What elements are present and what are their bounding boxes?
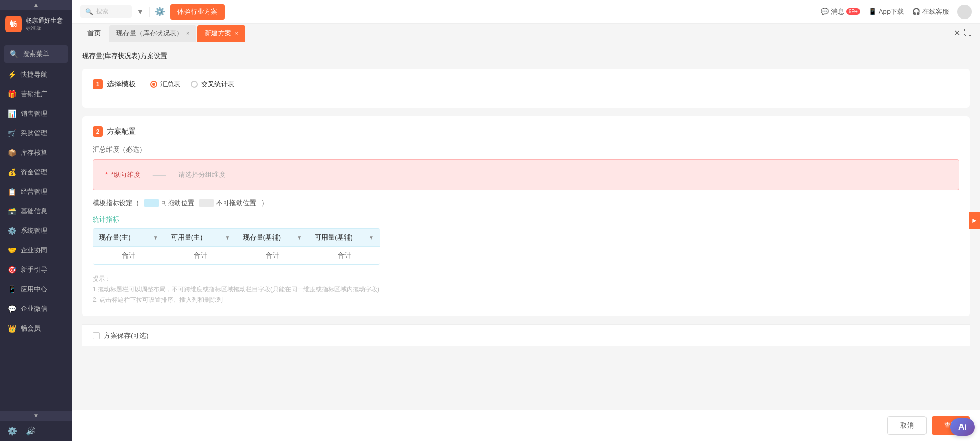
sidebar-item-label: 营销推广 (21, 89, 47, 99)
sidebar-item-member[interactable]: 👑 畅会员 (0, 319, 72, 338)
app-download-label: App下载 (879, 7, 904, 16)
radio-cross-label: 交叉统计表 (201, 80, 234, 89)
vertical-label: * *纵向维度 (105, 170, 140, 179)
indicator-settings: 模板指标设定（ 可拖动位置 不可拖动位置 ） (93, 198, 959, 208)
stats-header-col-0[interactable]: 现存量(主) ▼ (93, 229, 165, 246)
operations-icon: 📋 (7, 187, 16, 196)
sidebar-item-newguide[interactable]: 🎯 新手引导 (0, 260, 72, 280)
topbar-search-placeholder: 搜索 (96, 7, 108, 16)
stats-header-row: 现存量(主) ▼ 可用量(主) ▼ 现存量(基辅) ▼ 可用量(基辅) ▼ (93, 229, 380, 246)
phone-icon: 📱 (868, 8, 877, 15)
radio-summary[interactable]: 汇总表 (150, 80, 180, 89)
sidebar-scroll-down[interactable]: ▼ (0, 411, 72, 420)
page-content: 现存量(库存状况表)方案设置 1 选择模板 汇总表 交叉统计表 (72, 43, 980, 410)
cancel-button[interactable]: 取消 (887, 416, 927, 435)
tab-expand-controls: ✕ ⛶ (954, 28, 972, 38)
right-panel-tab[interactable]: ► (969, 212, 980, 229)
inventory-icon: 📦 (7, 148, 16, 157)
stats-header-col-1-dropdown[interactable]: ▼ (225, 235, 230, 241)
sidebar-item-finance[interactable]: 💰 资金管理 (0, 162, 72, 182)
sidebar-item-purchase[interactable]: 🛒 采购管理 (0, 123, 72, 143)
topbar-divider (149, 7, 150, 17)
tab-close-all-icon[interactable]: ✕ (954, 28, 960, 38)
stats-header-col-2[interactable]: 现存量(基辅) ▼ (237, 229, 309, 246)
online-service-item[interactable]: 🎧 在线客服 (912, 7, 949, 16)
ai-button[interactable]: Ai (950, 418, 975, 436)
stats-header-col-2-label: 现存量(基辅) (243, 233, 281, 242)
step2-number: 2 (93, 126, 103, 137)
sidebar-scroll-up[interactable]: ▲ (0, 0, 72, 10)
tab-new-scheme-close[interactable]: × (234, 30, 238, 36)
step1-section: 1 选择模板 汇总表 交叉统计表 (82, 69, 970, 108)
separator: —— (153, 171, 166, 179)
app-download-item[interactable]: 📱 App下载 (868, 7, 904, 16)
radio-cross[interactable]: 交叉统计表 (191, 80, 234, 89)
sidebar-item-system[interactable]: ⚙️ 系统管理 (0, 221, 72, 241)
stats-header-col-0-dropdown[interactable]: ▼ (153, 235, 158, 241)
tips-item-0: 1.拖动标题栏可以调整布局，不可跨维度或指标区域拖动栏目字段(只能在同一维度或指… (93, 285, 959, 294)
headset-icon: 🎧 (912, 8, 920, 15)
wecom-icon: 💬 (7, 304, 16, 314)
stats-data-cell-0-3: 合计 (308, 246, 380, 264)
dimension-placeholder[interactable]: 请选择分组维度 (178, 170, 225, 179)
sidebar-item-label: 销售管理 (21, 109, 47, 118)
template-radio-group: 汇总表 交叉统计表 (150, 80, 234, 89)
tab-new-scheme[interactable]: 新建方案 × (197, 25, 245, 42)
stats-header-col-0-label: 现存量(主) (99, 233, 131, 242)
sidebar-footer: ⚙️ 🔊 (0, 420, 72, 441)
trial-industry-button[interactable]: 体验行业方案 (170, 4, 225, 20)
bottom-bar: 取消 查询 (72, 410, 980, 441)
audio-footer-icon[interactable]: 🔊 (26, 426, 36, 436)
sidebar-search[interactable]: 🔍 搜索菜单 (4, 45, 68, 63)
non-draggable-color-box (199, 199, 214, 207)
save-scheme-label: 方案保存(可选) (104, 331, 149, 340)
sidebar-item-label: 企业微信 (21, 304, 47, 314)
stats-header-col-3[interactable]: 可用量(基辅) ▼ (308, 229, 380, 246)
gear-icon[interactable]: ⚙️ (155, 7, 165, 16)
save-scheme-checkbox[interactable] (93, 332, 100, 339)
sidebar-item-wecom[interactable]: 💬 企业微信 (0, 299, 72, 319)
finance-icon: 💰 (7, 168, 16, 177)
draggable-color-box (144, 199, 159, 207)
sidebar-item-sales[interactable]: 📊 销售管理 (0, 104, 72, 123)
tips-item-1: 2. 点击标题栏下拉可设置排序、插入列和删除列 (93, 296, 959, 304)
settings-footer-icon[interactable]: ⚙️ (7, 426, 17, 436)
purchase-icon: 🛒 (7, 128, 16, 138)
sidebar-item-label: 资金管理 (21, 168, 47, 177)
topbar-dropdown-icon[interactable]: ▼ (137, 8, 144, 16)
message-item[interactable]: 💬 消息 99+ (821, 7, 860, 16)
sidebar-item-label: 企业协同 (21, 246, 47, 255)
sidebar-nav: 🔍 搜索菜单 ⚡ 快捷导航 🎁 营销推广 📊 销售管理 🛒 采购管理 📦 库存核… (0, 39, 72, 411)
sidebar-item-appcenter[interactable]: 📱 应用中心 (0, 280, 72, 299)
topbar-search[interactable]: 🔍 搜索 (80, 5, 132, 18)
stats-header-col-2-dropdown[interactable]: ▼ (297, 235, 302, 241)
step2-section: 2 方案配置 汇总维度（必选） * *纵向维度 —— 请选择分组维度 模板指标设… (82, 116, 970, 316)
tab-expand-icon[interactable]: ⛶ (964, 28, 972, 38)
sidebar-item-marketing[interactable]: 🎁 营销推广 (0, 84, 72, 104)
sidebar-item-basic[interactable]: 🗃️ 基础信息 (0, 201, 72, 221)
step1-title: 选择模板 (107, 80, 136, 89)
appcenter-icon: 📱 (7, 285, 16, 294)
tab-inventory-close[interactable]: × (186, 30, 189, 36)
new-scheme-tab-label: 新建方案 (205, 29, 231, 38)
sidebar-item-label: 库存核算 (21, 148, 47, 157)
message-label: 消息 (831, 7, 844, 16)
non-draggable-label: 不可拖动位置 (216, 198, 256, 208)
app-title: 畅康通好生意 标准版 (26, 17, 63, 32)
required-star: * (105, 171, 108, 178)
tab-home[interactable]: 首页 (80, 25, 108, 42)
sidebar-header: 畅 畅康通好生意 标准版 (0, 10, 72, 39)
sidebar-item-corporate[interactable]: 🤝 企业协同 (0, 241, 72, 260)
stats-data-cell-0-1: 合计 (165, 246, 237, 264)
sidebar-item-operations[interactable]: 📋 经营管理 (0, 182, 72, 201)
tab-inventory[interactable]: 现存量（库存状况表） × (109, 25, 196, 42)
user-avatar[interactable] (957, 5, 972, 19)
non-draggable-indicator-tag: 不可拖动位置 (199, 198, 256, 208)
stats-header-col-1-label: 可用量(主) (171, 233, 203, 242)
sidebar-item-inventory[interactable]: 📦 库存核算 (0, 143, 72, 162)
member-icon: 👑 (7, 324, 16, 333)
sidebar-item-quicknav[interactable]: ⚡ 快捷导航 (0, 65, 72, 84)
sidebar-item-label: 经营管理 (21, 187, 47, 196)
stats-header-col-1[interactable]: 可用量(主) ▼ (165, 229, 237, 246)
stats-header-col-3-dropdown[interactable]: ▼ (369, 235, 374, 241)
